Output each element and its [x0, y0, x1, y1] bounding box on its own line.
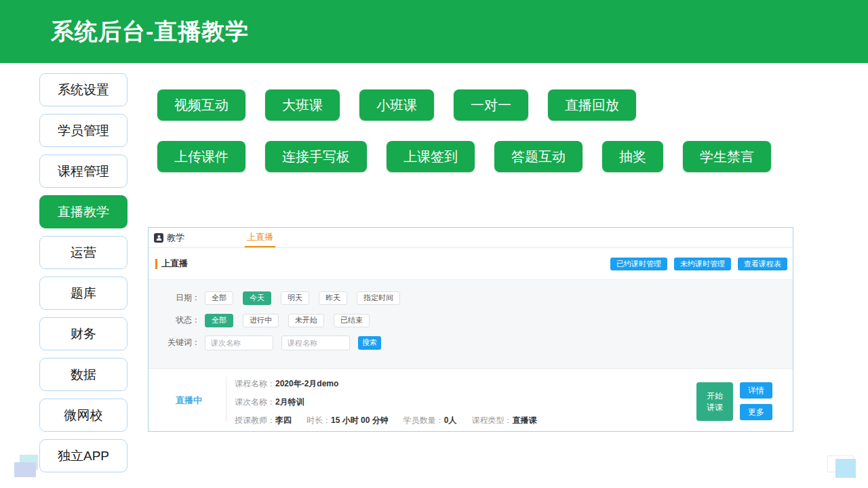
page-title: 系统后台-直播教学 [51, 16, 249, 47]
status-filter-label: 状态： [162, 314, 200, 326]
sidebar-item-live-teaching[interactable]: 直播教学 [39, 195, 127, 228]
sidebar: 系统设置 学员管理 课程管理 直播教学 运营 题库 财务 数据 微网校 独立AP… [39, 73, 127, 472]
feature-button-upload-courseware[interactable]: 上传课件 [157, 141, 245, 172]
filter-area: 日期： 全部 今天 明天 昨天 指定时间 状态： 全部 进行中 未开始 已结束 … [149, 280, 793, 369]
page-header: 系统后台-直播教学 [0, 0, 868, 63]
detail-button[interactable]: 详情 [740, 382, 772, 399]
feature-button-connect-writing-tablet[interactable]: 连接手写板 [265, 141, 367, 172]
section-title: 上直播 [155, 258, 188, 270]
feature-row-1: 视频互动 大班课 小班课 一对一 直播回放 [157, 89, 771, 121]
tab-go-live[interactable]: 上直播 [245, 228, 275, 247]
sidebar-item-question-bank[interactable]: 题库 [39, 277, 127, 310]
date-chip-yesterday[interactable]: 昨天 [319, 291, 347, 305]
feature-button-small-class[interactable]: 小班课 [359, 89, 434, 121]
date-filter-row: 日期： 全部 今天 明天 昨天 指定时间 [162, 287, 793, 309]
teaching-app-label: 教学 [167, 232, 184, 244]
session-name-line: 课次名称： 2月特训 [235, 393, 551, 411]
date-chip-tomorrow[interactable]: 明天 [281, 291, 309, 305]
feature-button-video-interaction[interactable]: 视频互动 [157, 89, 245, 121]
course-name-input[interactable] [281, 336, 350, 350]
more-button[interactable]: 更多 [740, 404, 772, 420]
teaching-icon [154, 233, 163, 243]
page: 系统后台-直播教学 系统设置 学员管理 课程管理 直播教学 运营 题库 财务 数… [0, 0, 868, 488]
section-actions: 已约课时管理 未约课时管理 查看课程表 [610, 258, 787, 270]
unbooked-lessons-button[interactable]: 未约课时管理 [674, 258, 731, 270]
feature-row-2: 上传课件 连接手写板 上课签到 答题互动 抽奖 学生禁言 [157, 141, 771, 172]
decor-square-bottom-right-cyan [835, 459, 856, 478]
sidebar-item-operations[interactable]: 运营 [39, 236, 127, 269]
feature-buttons: 视频互动 大班课 小班课 一对一 直播回放 上传课件 连接手写板 上课签到 答题… [157, 89, 771, 172]
feature-button-large-class[interactable]: 大班课 [265, 89, 340, 121]
sidebar-item-data[interactable]: 数据 [39, 358, 127, 391]
status-filter-row: 状态： 全部 进行中 未开始 已结束 [162, 309, 793, 331]
teaching-app-tab[interactable]: 教学 [154, 232, 184, 244]
sidebar-item-system-settings[interactable]: 系统设置 [39, 73, 127, 106]
feature-button-class-signin[interactable]: 上课签到 [387, 141, 475, 172]
feature-button-student-mute[interactable]: 学生禁言 [683, 141, 771, 172]
feature-button-one-on-one[interactable]: 一对一 [454, 89, 528, 121]
sidebar-item-course-management[interactable]: 课程管理 [39, 155, 127, 188]
row-divider [226, 377, 226, 422]
booked-lessons-button[interactable]: 已约课时管理 [610, 258, 667, 270]
view-timetable-button[interactable]: 查看课程表 [738, 258, 787, 270]
feature-button-live-replay[interactable]: 直播回放 [548, 89, 636, 121]
status-chip-ongoing[interactable]: 进行中 [243, 314, 279, 327]
keyword-filter-row: 关键词： 搜索 [162, 331, 793, 354]
date-chip-all[interactable]: 全部 [205, 291, 233, 305]
sidebar-item-micro-school[interactable]: 微网校 [39, 399, 127, 432]
status-chip-not-started[interactable]: 未开始 [288, 314, 324, 327]
row-action-column: 详情 更多 [740, 382, 772, 420]
decor-square-bottom-left-lavender [14, 462, 36, 477]
start-teaching-button[interactable]: 开始 讲课 [696, 382, 733, 421]
date-chip-custom-time[interactable]: 指定时间 [357, 291, 400, 305]
date-chip-today[interactable]: 今天 [243, 291, 271, 305]
keyword-filter-label: 关键词： [162, 337, 200, 348]
status-chip-ended[interactable]: 已结束 [334, 314, 370, 327]
sidebar-item-student-management[interactable]: 学员管理 [39, 114, 127, 147]
sidebar-item-standalone-app[interactable]: 独立APP [39, 439, 127, 472]
course-details: 课程名称： 2020年-2月demo 课次名称： 2月特训 授课教师： 李四 [235, 375, 551, 430]
course-list-row: 直播中 课程名称： 2020年-2月demo 课次名称： 2月特训 [149, 369, 793, 430]
live-status-badge: 直播中 [176, 394, 202, 407]
status-chip-all[interactable]: 全部 [205, 314, 233, 327]
sidebar-item-finance[interactable]: 财务 [39, 317, 127, 350]
course-name-line: 课程名称： 2020年-2月demo [235, 375, 551, 393]
search-button[interactable]: 搜索 [358, 336, 381, 350]
feature-button-lottery[interactable]: 抽奖 [602, 141, 663, 172]
section-header: 上直播 已约课时管理 未约课时管理 查看课程表 [149, 248, 793, 280]
session-name-input[interactable] [205, 336, 273, 350]
accent-bar [155, 259, 157, 269]
course-meta-line: 授课教师： 李四 时长： 15 小时 00 分钟 学员数量： 0人 课程类型： … [235, 411, 551, 430]
console-tabbar: 教学 上直播 [149, 228, 793, 248]
live-console-panel: 教学 上直播 上直播 已约课时管理 未约课时管理 查看课程表 日期： 全部 今天 [148, 227, 793, 432]
feature-button-quiz-interaction[interactable]: 答题互动 [494, 141, 583, 172]
date-filter-label: 日期： [162, 292, 200, 304]
